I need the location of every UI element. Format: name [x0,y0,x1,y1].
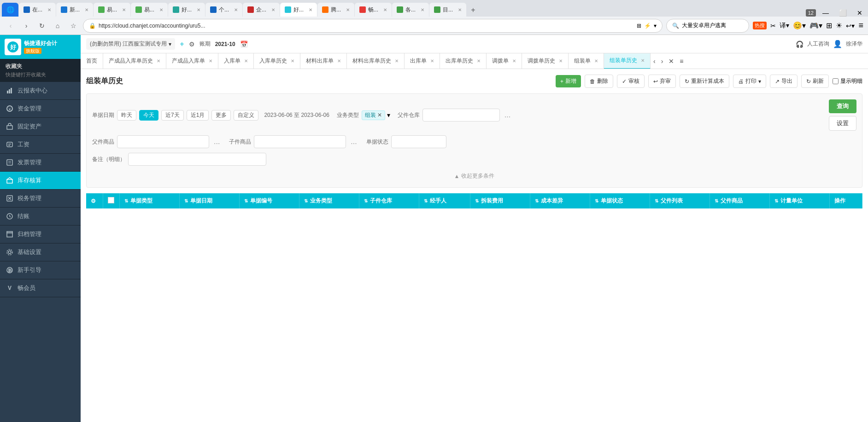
tab-close-assemble[interactable]: ✕ [512,58,516,64]
tab-close-out-order[interactable]: ✕ [430,58,434,64]
delete-button[interactable]: 🗑 删除 [585,75,613,88]
tab-close-in-history[interactable]: ✕ [291,58,294,64]
col-handler[interactable]: ⇅ 经手人 [419,193,470,208]
sidebar-item-report[interactable]: 云报表中心 [0,82,81,100]
tab-close-2[interactable]: ✕ [85,7,88,12]
tab-close-5[interactable]: ✕ [197,7,200,12]
date-btn-today[interactable]: 今天 [139,110,158,121]
sidebar-item-invoice[interactable]: 发票管理 [0,154,81,172]
child-goods-input[interactable] [254,135,346,148]
refresh-button[interactable]: ↻ 刷新 [801,75,829,88]
tab-close-produce-in[interactable]: ✕ [209,58,212,64]
add-company-button[interactable]: + [180,40,184,48]
nav-tab-kit[interactable]: 组装单 ✕ [569,53,604,69]
col-order-date[interactable]: ⇅ 单据日期 [179,193,239,208]
tab-close-kit[interactable]: ✕ [594,58,598,64]
date-btn-custom[interactable]: 自定义 [234,110,258,121]
col-check[interactable] [103,193,119,208]
forward-button[interactable]: › [20,20,32,32]
col-order-no[interactable]: ⇅ 单据编号 [239,193,299,208]
nav-tab-home[interactable]: 首页 [81,53,103,69]
date-btn-1month[interactable]: 近1月 [187,110,209,121]
tab-close-assemble-history[interactable]: ✕ [559,58,563,64]
close-all-tabs-button[interactable]: ✕ [666,58,677,65]
calendar-icon[interactable]: 📅 [240,40,248,48]
abandon-button[interactable]: ↩ 弃审 [648,75,676,88]
browser-tab-11[interactable]: 各... ✕ [392,3,429,17]
reload-button[interactable]: ↻ [36,20,48,32]
sidebar-item-archive[interactable]: 归档管理 [0,225,81,243]
settings-gear-icon[interactable]: ⚙ [189,40,195,48]
dropdown-icon[interactable]: ▾ [654,23,657,29]
parent-warehouse-input[interactable] [422,109,500,121]
nav-next-arrow[interactable]: › [658,58,666,65]
sidebar-item-payroll[interactable]: 工资 [0,136,81,154]
col-parent-goods[interactable]: ⇅ 父件商品 [710,193,769,208]
game-icon[interactable]: 🎮▾ [809,21,822,30]
home-button[interactable]: ⌂ [52,20,64,32]
parent-goods-more-btn[interactable]: ... [212,138,222,146]
nav-tab-in-history[interactable]: 入库单历史 ✕ [254,53,300,69]
tab-close-out-history[interactable]: ✕ [477,58,481,64]
browser-tab-8[interactable]: 好... ✕ [280,3,317,17]
sidebar-item-member[interactable]: V 畅会员 [0,279,81,297]
tab-close-produce-in-history[interactable]: ✕ [157,58,160,64]
sidebar-item-tax[interactable]: 税务管理 [0,190,81,208]
nav-tab-material-out[interactable]: 材料出库单 ✕ [300,53,347,69]
collapse-btn[interactable]: ▲ 收起更多条件 [454,170,495,182]
emoji-icon[interactable]: 😊▾ [793,21,806,30]
sidebar-item-guide[interactable]: 新 新手引导 [0,261,81,279]
show-detail-checkbox[interactable]: 显示明细 [833,77,862,85]
sun-icon[interactable]: ☀ [836,21,842,30]
tab-close-in-order[interactable]: ✕ [244,58,248,64]
maximize-button[interactable]: ⬜ [835,9,850,17]
nav-tab-produce-in-history[interactable]: 产成品入库单历史 ✕ [103,53,166,69]
date-btn-yesterday[interactable]: 昨天 [117,110,136,121]
nav-tab-in-order[interactable]: 入库单 ✕ [218,53,254,69]
browser-tab-5[interactable]: 好... ✕ [168,3,205,17]
export-button[interactable]: ↗ 导出 [770,75,798,88]
sidebar-bookmark[interactable]: 收藏夹 快捷键打开收藏夹 [0,59,81,82]
company-selector[interactable]: (勿删勿禁用) 江西服宝测试专用 ▾ [86,38,175,50]
parent-warehouse-more-btn[interactable]: ... [503,111,512,119]
col-child-warehouse[interactable]: ⇅ 子件仓库 [359,193,419,208]
col-order-type[interactable]: ⇅ 单据类型 [119,193,179,208]
sidebar-item-assets[interactable]: 固定资产 [0,118,81,136]
browser-tab-4[interactable]: 易... ✕ [131,3,168,17]
select-all-checkbox[interactable] [108,197,114,203]
settings-col-icon[interactable]: ⚙ [91,198,96,204]
browser-search-bar[interactable]: 🔍 大量安卓用户逃离 [666,19,749,33]
grid-view-icon[interactable]: ⊞ [826,21,832,30]
user-name[interactable]: 徐泽华 [846,40,862,48]
show-detail-input[interactable] [833,78,839,84]
lightning-icon[interactable]: ⚡ [644,23,651,29]
undo-icon[interactable]: ↩▾ [846,22,855,29]
tab-close-3[interactable]: ✕ [122,7,126,12]
bookmark-button[interactable]: ☆ [67,20,79,32]
col-order-status[interactable]: ⇅ 单据状态 [590,193,650,208]
remark-input[interactable] [128,153,266,166]
browser-tab-9[interactable]: 腾... ✕ [317,3,354,17]
nav-prev-arrow[interactable]: ‹ [651,58,658,65]
translate-icon[interactable]: 译▾ [780,22,789,30]
browser-tab-7[interactable]: 企... ✕ [243,3,280,17]
nav-tab-out-history[interactable]: 出库单历史 ✕ [440,53,487,69]
date-btn-more[interactable]: 更多 [211,110,231,121]
col-unit[interactable]: ⇅ 计量单位 [769,193,829,208]
col-parent-list[interactable]: ⇅ 父件列表 [650,193,710,208]
nav-tab-out-order[interactable]: 出库单 ✕ [405,53,440,69]
tab-close-6[interactable]: ✕ [234,7,238,12]
sidebar-item-settings[interactable]: 基础设置 [0,243,81,261]
print-button[interactable]: 🖨 打印 ▾ [733,75,766,88]
child-goods-more-btn[interactable]: ... [349,138,358,146]
sidebar-item-close[interactable]: 结账 [0,208,81,225]
tab-close-1[interactable]: ✕ [47,7,51,12]
biz-type-tag-close[interactable]: ✕ [377,112,382,118]
tab-close-8[interactable]: ✕ [309,7,312,12]
tab-close-11[interactable]: ✕ [421,7,424,12]
audit-button[interactable]: ✓ 审核 [617,75,645,88]
help-label[interactable]: 人工咨询 [807,40,829,48]
menu-icon[interactable]: ≡ [858,21,863,30]
back-button[interactable]: ‹ [5,20,17,32]
nav-tabs-menu[interactable]: ≡ [677,58,686,65]
